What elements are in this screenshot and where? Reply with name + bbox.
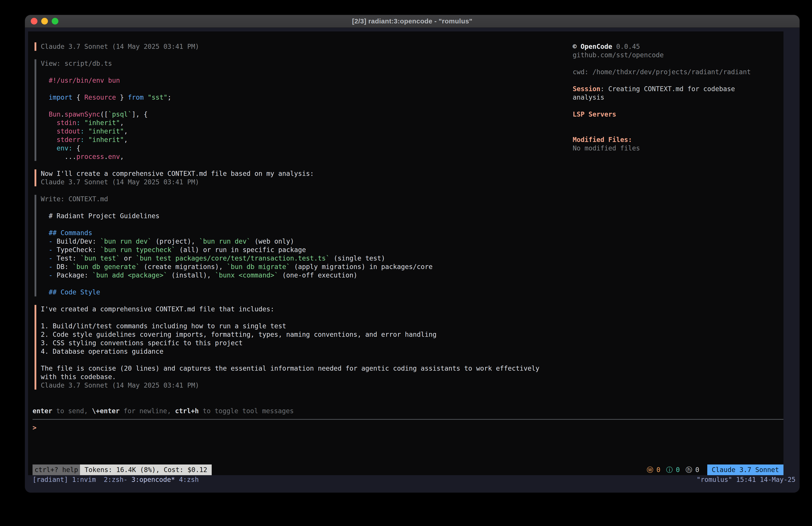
text-span: 2. Code style guidelines covering import…: [41, 331, 436, 338]
editor-hint: enter to send, \+enter for newline, ctrl…: [32, 407, 294, 415]
text-line: Claude 3.7 Sonnet (14 May 2025 03:41 PM): [41, 178, 539, 186]
text-line: with this codebase.: [41, 373, 539, 381]
text-span: `bunx <command>`: [215, 271, 278, 279]
tmux-statusbar: [radiant] 1:nvim 2:zsh- 3:opencode* 4:zs…: [25, 475, 799, 484]
text-span: Resource: [84, 94, 116, 101]
text-line: analysis: [573, 93, 796, 102]
text-line: github.com/sst/opencode: [573, 51, 796, 59]
text-line: Session: Creating CONTEXT.md for codebas…: [573, 85, 796, 93]
prompt-input[interactable]: >: [32, 424, 37, 432]
text-span: ...: [41, 153, 76, 160]
text-line: 3. CSS styling conventions specific to t…: [41, 339, 539, 347]
text-line: [573, 127, 796, 136]
text-line: [41, 68, 539, 76]
text-span: TypeCheck:: [57, 246, 100, 254]
text-line: stdout: "inherit",: [41, 127, 539, 136]
text-span: stdin: [41, 119, 76, 127]
message-lines: Now I'll create a comprehensive CONTEXT.…: [41, 169, 539, 186]
text-span: #!/usr/bin/env bun: [41, 77, 120, 84]
warnings-count: 0: [656, 465, 661, 475]
text-line: stderr: "inherit",: [41, 136, 539, 144]
window-titlebar[interactable]: [2/3] radiant:3:opencode - "romulus": [25, 15, 799, 28]
text-span: 3. CSS styling conventions specific to t…: [41, 339, 243, 347]
diagnostics-group: ⓦ0ⓘ0ⓗ0: [647, 465, 699, 475]
text-span: (web only): [250, 238, 294, 245]
text-line: View: script/db.ts: [41, 59, 539, 68]
text-line: [573, 118, 796, 127]
text-line: 4. Database operations guidance: [41, 347, 539, 356]
text-span: process: [76, 153, 104, 160]
text-span: Session: [573, 85, 600, 93]
text-span: (one-off execution): [278, 271, 358, 279]
text-span: cwd: /home/thdxr/dev/projects/radiant/ra…: [573, 68, 751, 76]
prompt-caret: >: [32, 424, 37, 431]
text-span: [84, 136, 88, 144]
text-line: #!/usr/bin/env bun: [41, 76, 539, 85]
text-span: analysis: [573, 94, 604, 101]
text-line: env: {: [41, 144, 539, 153]
text-line: - Package: `bun add <package>` (install)…: [41, 271, 539, 280]
text-span: stdout: [41, 127, 81, 135]
message-block: Write: CONTEXT.md # Radiant Project Guid…: [34, 195, 539, 296]
message-block: I've created a comprehensive CONTEXT.md …: [34, 305, 539, 389]
text-span: stderr: [41, 136, 81, 144]
text-span: (single test): [330, 255, 385, 262]
text-span: enter: [32, 407, 52, 415]
text-line: import { Resource } from "sst";: [41, 93, 539, 102]
message-block: Now I'll create a comprehensive CONTEXT.…: [34, 169, 539, 186]
text-span: (project),: [151, 238, 199, 245]
text-span: 4:zsh: [175, 476, 199, 483]
text-line: ...process.env,: [41, 153, 539, 161]
text-span: `bun db generate`: [72, 263, 140, 271]
text-span: [radiant] 1:nvim 2:zsh-: [32, 476, 131, 483]
text-span: .: [104, 153, 108, 160]
text-span: ,: [120, 153, 124, 160]
text-span: DB:: [57, 263, 72, 271]
text-span: 4. Database operations guidance: [41, 348, 163, 355]
window-title: [2/3] radiant:3:opencode - "romulus": [25, 17, 799, 25]
text-span: \+enter: [92, 407, 119, 415]
text-line: [573, 102, 796, 110]
text-line: ## Commands: [41, 229, 539, 237]
opencode-tui: Claude 3.7 Sonnet (14 May 2025 03:41 PM)…: [28, 31, 783, 475]
text-span: :: [81, 127, 85, 135]
text-span: Bun: [41, 111, 61, 118]
text-span: with this codebase.: [41, 373, 116, 381]
text-line: The file is concise (20 lines) and captu…: [41, 364, 539, 373]
tokens-cost-badge: Tokens: 16.4K (8%), Cost: $0.12: [80, 465, 212, 475]
message-lines: I've created a comprehensive CONTEXT.md …: [41, 305, 539, 389]
opencode-statusbar: ctrl+? help Tokens: 16.4K (8%), Cost: $0…: [32, 465, 783, 475]
text-span: -: [41, 255, 57, 262]
text-span: }: [116, 94, 128, 101]
text-line: [573, 76, 796, 85]
text-line: Claude 3.7 Sonnet (14 May 2025 03:41 PM): [41, 381, 539, 389]
text-span: 3:opencode*: [131, 476, 175, 483]
text-line: Claude 3.7 Sonnet (14 May 2025 03:41 PM): [41, 42, 539, 51]
text-span: to send,: [52, 407, 92, 415]
text-line: 2. Code style guidelines covering import…: [41, 330, 539, 339]
text-span: Build/Dev:: [57, 238, 100, 245]
info-icon: ⓘ: [666, 465, 673, 475]
message-lines: View: script/db.ts #!/usr/bin/env bun im…: [41, 59, 539, 161]
text-line: [41, 102, 539, 110]
text-span: "inherit": [84, 119, 120, 127]
text-span: "inherit": [88, 127, 124, 135]
text-span: Claude 3.7 Sonnet (14 May 2025 03:41 PM): [41, 382, 199, 389]
terminal-window: [2/3] radiant:3:opencode - "romulus" Cla…: [25, 15, 799, 493]
message-lines: Claude 3.7 Sonnet (14 May 2025 03:41 PM): [41, 42, 539, 51]
message-block: View: script/db.ts #!/usr/bin/env bun im…: [34, 59, 539, 161]
text-span: github.com/sst/opencode: [573, 51, 664, 59]
text-line: [41, 85, 539, 93]
text-span: 1. Build/lint/test commands including ho…: [41, 322, 286, 330]
text-line: - TypeCheck: `bun run typecheck` (all) o…: [41, 246, 539, 254]
text-line: - Test: `bun test` or `bun test packages…: [41, 254, 539, 262]
tmux-session-windows[interactable]: [radiant] 1:nvim 2:zsh- 3:opencode* 4:zs…: [32, 475, 199, 484]
text-span: (install),: [167, 271, 215, 279]
text-span: No modified files: [573, 144, 640, 152]
text-span: Now I'll create a comprehensive CONTEXT.…: [41, 170, 314, 177]
text-span: :: [76, 119, 81, 127]
text-span: {: [72, 144, 81, 152]
text-span: 0.0.45: [612, 43, 640, 51]
text-span: [84, 127, 88, 135]
text-line: ## Code Style: [41, 288, 539, 296]
